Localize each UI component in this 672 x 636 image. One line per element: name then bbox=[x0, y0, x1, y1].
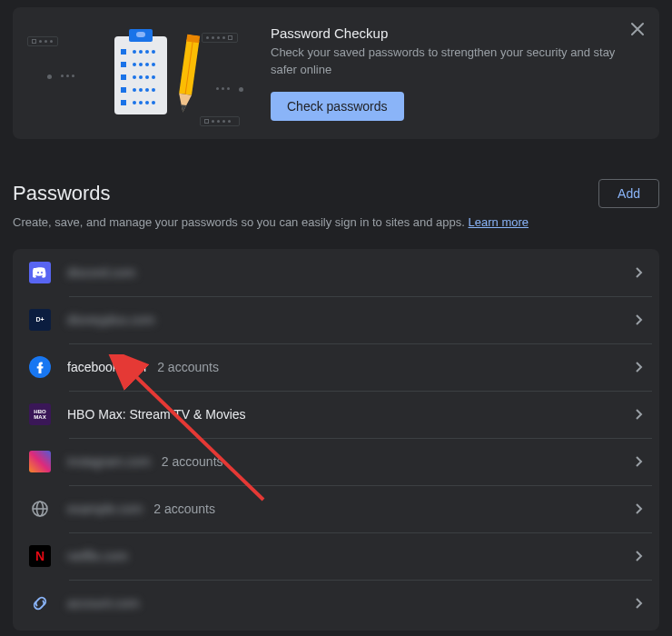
password-row-sublabel: 2 accounts bbox=[153, 502, 215, 516]
close-icon[interactable] bbox=[625, 16, 650, 42]
password-row[interactable]: account.com bbox=[13, 580, 659, 627]
svg-rect-2 bbox=[136, 32, 145, 37]
password-row[interactable]: discord.com bbox=[13, 249, 659, 296]
svg-rect-18 bbox=[121, 87, 126, 93]
svg-point-10 bbox=[139, 63, 143, 66]
password-row-sublabel: 2 accounts bbox=[162, 454, 223, 469]
instagram-icon bbox=[29, 451, 51, 472]
svg-point-4 bbox=[133, 50, 136, 54]
password-row[interactable]: HBOMAX HBO Max: Stream TV & Movies bbox=[13, 391, 659, 438]
svg-point-22 bbox=[152, 88, 155, 92]
svg-marker-31 bbox=[180, 104, 186, 113]
discord-icon bbox=[29, 262, 51, 283]
password-list: discord.com D+ disneyplus.com facebook.c… bbox=[13, 249, 659, 631]
add-button[interactable]: Add bbox=[598, 179, 659, 208]
check-passwords-button[interactable]: Check passwords bbox=[271, 92, 404, 121]
svg-point-5 bbox=[139, 50, 143, 54]
banner-description: Check your saved passwords to strengthen… bbox=[271, 45, 616, 79]
learn-more-link[interactable]: Learn more bbox=[469, 215, 529, 229]
svg-point-16 bbox=[145, 75, 149, 79]
password-row-label: discord.com bbox=[67, 265, 135, 280]
hbo-icon: HBOMAX bbox=[29, 403, 51, 425]
password-row[interactable]: D+ disneyplus.com bbox=[13, 296, 659, 343]
svg-point-15 bbox=[139, 75, 143, 79]
password-row-label: instagram.com bbox=[67, 454, 151, 469]
svg-point-25 bbox=[139, 101, 143, 104]
svg-rect-13 bbox=[121, 75, 126, 80]
svg-point-14 bbox=[133, 75, 136, 79]
svg-point-20 bbox=[139, 88, 143, 92]
netflix-icon: N bbox=[29, 545, 51, 567]
password-row[interactable]: example.com 2 accounts bbox=[13, 485, 659, 532]
chevron-right-icon bbox=[636, 362, 643, 373]
password-row-facebook[interactable]: facebook.com 2 accounts bbox=[13, 343, 659, 391]
chevron-right-icon bbox=[636, 551, 643, 561]
svg-point-9 bbox=[133, 63, 136, 66]
svg-point-11 bbox=[145, 63, 149, 66]
pencil-icon bbox=[171, 34, 205, 118]
svg-point-12 bbox=[152, 63, 155, 66]
chevron-right-icon bbox=[636, 267, 643, 278]
svg-point-24 bbox=[133, 101, 136, 104]
clipboard-icon bbox=[109, 29, 173, 120]
chevron-right-icon bbox=[636, 456, 643, 467]
password-row[interactable]: N netflix.com bbox=[13, 532, 659, 580]
chevron-right-icon bbox=[636, 409, 643, 420]
disney-icon: D+ bbox=[29, 309, 51, 331]
svg-point-19 bbox=[133, 88, 136, 92]
password-row-label: netflix.com bbox=[67, 549, 128, 563]
section-description: Create, save, and manage your passwords … bbox=[13, 215, 659, 229]
svg-point-21 bbox=[145, 88, 149, 92]
password-checkup-banner: Password Checkup Check your saved passwo… bbox=[13, 7, 659, 139]
password-row[interactable]: instagram.com 2 accounts bbox=[13, 438, 659, 485]
svg-point-6 bbox=[145, 50, 149, 54]
chevron-right-icon bbox=[636, 503, 643, 514]
chevron-right-icon bbox=[636, 314, 643, 325]
svg-point-27 bbox=[152, 101, 155, 104]
page-title: Passwords bbox=[13, 182, 111, 205]
banner-title: Password Checkup bbox=[271, 25, 641, 41]
svg-marker-30 bbox=[176, 94, 192, 114]
svg-rect-8 bbox=[121, 62, 126, 67]
svg-rect-3 bbox=[121, 49, 126, 55]
password-row-label: disneyplus.com bbox=[67, 313, 155, 327]
facebook-icon bbox=[29, 356, 51, 378]
password-row-label: account.com bbox=[67, 596, 139, 611]
banner-illustration bbox=[31, 24, 267, 121]
password-row-label: facebook.com bbox=[67, 360, 146, 374]
svg-point-26 bbox=[145, 101, 149, 104]
chevron-right-icon bbox=[636, 598, 643, 609]
svg-rect-23 bbox=[121, 100, 126, 105]
password-row-label: example.com bbox=[67, 502, 143, 516]
link-icon bbox=[29, 592, 51, 614]
globe-icon bbox=[29, 498, 51, 520]
svg-point-7 bbox=[152, 50, 155, 54]
svg-point-17 bbox=[152, 75, 155, 79]
password-row-sublabel: 2 accounts bbox=[157, 360, 219, 374]
password-row-label: HBO Max: Stream TV & Movies bbox=[67, 407, 246, 422]
